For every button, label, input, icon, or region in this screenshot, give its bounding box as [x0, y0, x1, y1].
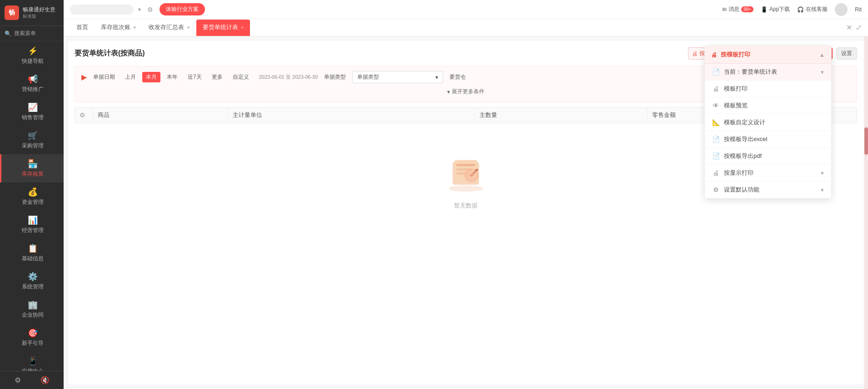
svg-rect-3	[456, 164, 475, 166]
sidebar-item-marketing[interactable]: 📢 营销推广	[0, 70, 64, 98]
sidebar-item-guide[interactable]: 🎯 新手引导	[0, 323, 64, 352]
empty-state-illustration	[443, 151, 489, 196]
sidebar-item-sales[interactable]: 📈 销售管理	[0, 98, 64, 126]
sidebar-item-enterprise[interactable]: 🏢 企业协同	[0, 295, 64, 323]
sidebar: 畅 畅康通好生意 标准版 🔍 搜索菜单 ⚡ 快捷导航 📢 营销推广 📈 销售管理…	[0, 0, 64, 389]
dropdown-default-func[interactable]: ⚙ 设置默认功能 ▾	[705, 182, 831, 198]
date-opt-this-year[interactable]: 本年	[163, 72, 181, 82]
sidebar-search-label: 搜索菜单	[14, 30, 36, 37]
dropdown-display-print[interactable]: 🖨 按显示打印 ▾	[705, 165, 831, 182]
sidebar-item-label: 销售管理	[22, 114, 44, 121]
tab-inventory-batch[interactable]: 库存批次账 ×	[95, 20, 142, 36]
topbar-gear-icon[interactable]: ⚙	[147, 6, 153, 13]
dropdown-export-pdf[interactable]: 📄 按模板导出pdf	[705, 148, 831, 165]
sidebar-nav: ⚡ 快捷导航 📢 营销推广 📈 销售管理 🛒 采购管理 🏪 库存核算 💰 资金管…	[0, 41, 64, 371]
dropdown-template-preview-label: 模板预览	[724, 101, 748, 110]
tab-maximize-icon[interactable]: ⤢	[856, 23, 862, 32]
quick-nav-icon: ⚡	[28, 46, 38, 56]
sidebar-item-system[interactable]: ⚙️ 系统管理	[0, 267, 64, 295]
display-print-icon: 🖨	[712, 169, 719, 177]
experience-btn[interactable]: 体验行业方案	[160, 3, 205, 15]
message-label: 消息	[728, 5, 739, 13]
message-btn[interactable]: ✉ 消息 99+	[722, 5, 753, 13]
topbar-right: ✉ 消息 99+ 📱 App下载 🎧 在线客服 Rit	[722, 3, 862, 16]
tab-home[interactable]: 首页	[70, 20, 95, 36]
guide-icon: 🎯	[28, 328, 38, 338]
online-service-label: 在线客服	[806, 5, 828, 13]
page-title: 要货单统计表(按商品)	[75, 49, 145, 58]
type-select[interactable]: 单据类型 ▾	[352, 71, 443, 83]
message-badge: 99+	[741, 6, 753, 12]
sidebar-logo: 畅 畅康通好生意 标准版	[0, 0, 64, 26]
operations-icon: 📊	[28, 215, 38, 225]
empty-state-text: 暂无数据	[454, 202, 478, 210]
sound-footer-icon[interactable]: 🔇	[40, 376, 50, 384]
date-opt-custom[interactable]: 自定义	[229, 72, 253, 82]
app-name: 畅康通好生意	[23, 6, 55, 14]
topbar-chevron-icon[interactable]: ▾	[138, 6, 141, 13]
sidebar-search[interactable]: 🔍 搜索菜单	[0, 26, 64, 41]
app-download-label: App下载	[769, 5, 790, 13]
dropdown-current-item[interactable]: 📄 当前：要货单统计表 ▾	[705, 64, 831, 81]
sidebar-item-app-center[interactable]: 📱 应用中心	[0, 352, 64, 371]
dropdown-close-chevron[interactable]: ▲	[819, 51, 825, 58]
dropdown-template-custom[interactable]: 📐 模板自定义设计	[705, 114, 831, 131]
date-opt-7days[interactable]: 近7天	[184, 72, 205, 82]
right-scrollbar-thumb	[864, 127, 868, 155]
type-filter-label: 单据类型	[324, 73, 346, 81]
settings-footer-icon[interactable]: ⚙	[15, 376, 21, 384]
template-preview-icon: 👁	[712, 102, 719, 109]
system-icon: ⚙️	[28, 272, 38, 282]
date-opt-this-month[interactable]: 本月	[142, 72, 160, 82]
sidebar-item-label: 经营管理	[22, 227, 44, 234]
svg-point-9	[476, 169, 478, 171]
sidebar-item-basic-info[interactable]: 📋 基础信息	[0, 239, 64, 267]
app-download-btn[interactable]: 📱 App下载	[761, 5, 790, 13]
arrow-expand-icon[interactable]: ▶	[81, 73, 87, 81]
date-filter-label: 单据日期	[93, 73, 115, 81]
dropdown-current-icon: 📄	[712, 68, 719, 76]
table-column-settings-icon[interactable]: ⚙	[80, 111, 85, 119]
search-icon: 🔍	[5, 30, 11, 37]
sidebar-item-label: 库存核算	[22, 170, 44, 178]
dropdown-header: 🖨 按模板打印 ▲	[705, 46, 831, 64]
dropdown-template-print[interactable]: 🖨 模板打印	[705, 81, 831, 97]
display-print-chevron: ▾	[821, 170, 824, 177]
dropdown-template-preview[interactable]: 👁 模板预览	[705, 97, 831, 114]
tab-close-all-icon[interactable]: ✕	[846, 23, 852, 32]
tab-order-stats-close[interactable]: ×	[241, 25, 244, 30]
username: Rit	[855, 6, 862, 13]
tab-inventory-batch-close[interactable]: ×	[133, 25, 136, 30]
tab-bar: 首页 库存批次账 × 收发存汇总表 × 要货单统计表 × ✕ ⤢	[64, 19, 868, 36]
sidebar-item-label: 应用中心	[22, 368, 44, 371]
dropdown-export-excel[interactable]: 📄 按模板导出excel	[705, 131, 831, 148]
dropdown-default-func-label: 设置默认功能	[724, 186, 759, 194]
sidebar-item-operations[interactable]: 📊 经营管理	[0, 211, 64, 239]
tab-receipts-summary[interactable]: 收发存汇总表 ×	[142, 20, 196, 36]
sidebar-item-quick-nav[interactable]: ⚡ 快捷导航	[0, 41, 64, 70]
purchase-icon: 🛒	[28, 131, 38, 141]
sidebar-item-purchase[interactable]: 🛒 采购管理	[0, 126, 64, 154]
sidebar-item-finance[interactable]: 💰 资金管理	[0, 182, 64, 211]
date-opt-last-month[interactable]: 上月	[121, 72, 140, 82]
th-goods: 商品	[93, 107, 228, 123]
inventory-icon: 🏪	[28, 159, 38, 169]
dropdown-export-excel-label: 按模板导出excel	[724, 135, 767, 143]
avatar[interactable]	[835, 3, 848, 16]
online-service-btn[interactable]: 🎧 在线客服	[797, 5, 828, 13]
tab-order-stats[interactable]: 要货单统计表 ×	[196, 20, 250, 36]
tab-receipts-summary-close[interactable]: ×	[187, 25, 190, 30]
template-custom-icon: 📐	[712, 119, 719, 126]
sidebar-item-label: 采购管理	[22, 142, 44, 150]
topbar: ▾ ⚙ 体验行业方案 ✉ 消息 99+ 📱 App下载 🎧 在线客服 Rit	[64, 0, 868, 19]
right-scrollbar[interactable]	[864, 36, 868, 389]
app-logo-icon: 畅	[5, 5, 19, 20]
topbar-search-input[interactable]	[70, 5, 134, 15]
date-opt-more[interactable]: 更多	[208, 72, 226, 82]
settings-btn[interactable]: 设置	[836, 47, 857, 60]
sidebar-item-inventory[interactable]: 🏪 库存核算	[0, 154, 64, 182]
svg-point-0	[449, 186, 483, 192]
sidebar-item-label: 资金管理	[22, 198, 44, 206]
dropdown-current-label: 当前：要货单统计表	[724, 68, 777, 76]
dropdown-print-icon: 🖨	[711, 51, 717, 58]
